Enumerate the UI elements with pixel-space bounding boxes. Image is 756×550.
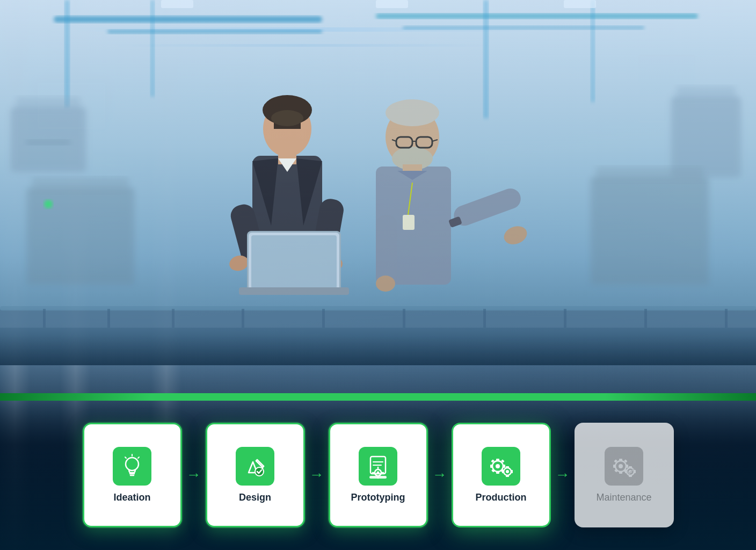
- svg-rect-12: [671, 97, 741, 177]
- svg-rect-123: [629, 475, 632, 477]
- production-icon-wrapper: [482, 447, 520, 486]
- maintenance-icon: [609, 452, 639, 480]
- green-connector-bar: [0, 393, 756, 401]
- svg-point-111: [619, 464, 623, 468]
- lightbulb-icon: [119, 453, 145, 479]
- svg-rect-17: [596, 167, 703, 183]
- arrow-1: →: [186, 466, 201, 483]
- svg-rect-32: [644, 309, 647, 328]
- svg-rect-30: [483, 309, 486, 328]
- svg-rect-15: [32, 177, 129, 193]
- prototype-icon: [365, 453, 391, 479]
- svg-rect-27: [242, 309, 244, 328]
- svg-rect-31: [564, 309, 566, 328]
- svg-rect-2: [107, 30, 322, 34]
- svg-point-39: [271, 110, 303, 126]
- svg-rect-29: [403, 309, 405, 328]
- svg-point-88: [377, 471, 380, 474]
- prototyping-label: Prototyping: [351, 492, 405, 503]
- workflow-card-prototyping[interactable]: Prototyping: [329, 423, 428, 527]
- svg-rect-16: [591, 177, 709, 285]
- svg-rect-93: [369, 476, 387, 479]
- svg-rect-4: [403, 26, 644, 30]
- factory-scene: [0, 0, 756, 365]
- workflow-card-ideation[interactable]: Ideation: [83, 423, 182, 527]
- svg-line-76: [125, 457, 126, 458]
- svg-rect-20: [376, 0, 408, 8]
- workflow-card-maintenance[interactable]: Maintenance: [575, 423, 674, 527]
- svg-point-105: [506, 470, 509, 473]
- svg-rect-13: [677, 86, 736, 101]
- svg-rect-25: [107, 309, 110, 328]
- arrow-2: →: [309, 466, 324, 483]
- design-label: Design: [239, 492, 271, 503]
- arrow-3: →: [432, 466, 447, 483]
- svg-rect-68: [376, 215, 397, 285]
- svg-rect-7: [483, 0, 489, 118]
- workflow-card-design[interactable]: Design: [206, 423, 305, 527]
- svg-rect-24: [43, 309, 46, 328]
- svg-rect-28: [322, 309, 325, 328]
- ideation-icon-wrapper: [113, 447, 151, 486]
- svg-point-95: [496, 464, 500, 468]
- svg-rect-51: [239, 287, 349, 295]
- svg-rect-1: [54, 16, 322, 23]
- svg-rect-124: [625, 470, 627, 473]
- svg-line-81: [263, 466, 264, 467]
- maintenance-label: Maintenance: [596, 492, 651, 503]
- svg-line-75: [138, 457, 139, 458]
- svg-point-71: [126, 458, 139, 471]
- svg-rect-21: [564, 0, 596, 8]
- svg-rect-113: [619, 471, 622, 474]
- svg-rect-96: [496, 459, 499, 461]
- svg-rect-5: [64, 0, 70, 107]
- workflow-bar: Ideation → Desi: [0, 400, 756, 550]
- svg-point-54: [386, 99, 439, 126]
- svg-rect-106: [506, 466, 509, 468]
- svg-rect-33: [725, 309, 728, 328]
- design-icon-wrapper: [236, 447, 274, 486]
- svg-rect-10: [16, 97, 81, 113]
- svg-rect-114: [613, 465, 616, 468]
- svg-rect-14: [27, 188, 134, 285]
- svg-point-18: [44, 200, 53, 208]
- svg-rect-11: [27, 140, 70, 145]
- maintenance-icon-wrapper: [605, 447, 643, 486]
- svg-rect-3: [376, 13, 698, 19]
- svg-point-69: [376, 276, 395, 292]
- svg-rect-107: [506, 475, 509, 477]
- svg-rect-112: [619, 459, 622, 461]
- svg-rect-65: [403, 215, 415, 230]
- workflow-container: Ideation → Desi: [72, 423, 685, 527]
- svg-rect-109: [511, 470, 513, 473]
- svg-rect-122: [629, 466, 632, 468]
- svg-rect-115: [626, 465, 628, 468]
- svg-rect-6: [150, 0, 155, 97]
- svg-rect-23: [0, 306, 756, 310]
- svg-line-80: [256, 460, 257, 461]
- production-icon: [486, 452, 516, 480]
- svg-rect-26: [172, 309, 175, 328]
- svg-rect-99: [503, 465, 505, 468]
- workflow-card-production[interactable]: Production: [452, 423, 551, 527]
- ideation-label: Ideation: [113, 492, 150, 503]
- svg-rect-50: [251, 235, 337, 288]
- svg-rect-125: [634, 470, 636, 473]
- production-label: Production: [476, 492, 527, 503]
- svg-rect-19: [161, 0, 193, 8]
- svg-rect-108: [502, 470, 504, 473]
- svg-rect-97: [496, 471, 499, 474]
- prototyping-icon-wrapper: [359, 447, 397, 486]
- svg-rect-22: [0, 309, 756, 328]
- svg-rect-8: [591, 0, 595, 102]
- arrow-4: →: [555, 466, 570, 483]
- design-icon: [242, 453, 268, 479]
- svg-rect-98: [490, 465, 493, 468]
